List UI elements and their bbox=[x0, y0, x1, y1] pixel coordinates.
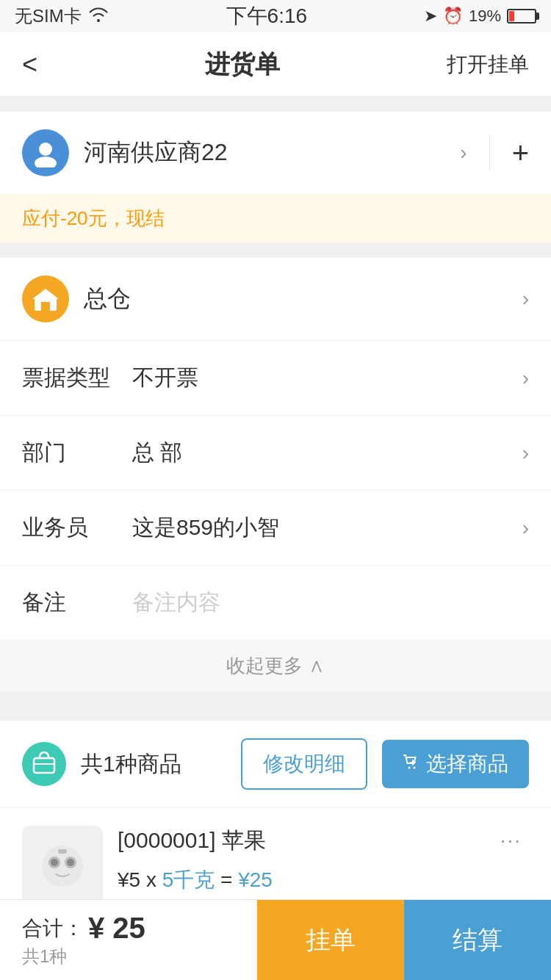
checkout-button[interactable]: 结算 bbox=[404, 900, 551, 980]
carrier-text: 无SIM卡 bbox=[15, 4, 82, 28]
footer: 合计： ¥ 25 共1种 挂单 结算 bbox=[0, 899, 551, 980]
supplier-section: 河南供应商22 › + 应付-20元，现结 bbox=[0, 112, 551, 243]
warehouse-chevron-icon: › bbox=[522, 287, 529, 311]
products-count: 共1种商品 bbox=[81, 749, 226, 779]
total-count: 共1种 bbox=[22, 945, 235, 968]
checkout-label: 结算 bbox=[453, 923, 503, 957]
svg-point-0 bbox=[39, 143, 52, 156]
svg-point-8 bbox=[414, 767, 416, 769]
battery-icon bbox=[507, 9, 536, 24]
pending-label: 挂单 bbox=[306, 923, 356, 957]
total-label-row: 合计： ¥ 25 bbox=[22, 912, 235, 945]
svg-rect-5 bbox=[34, 758, 54, 773]
sales-row[interactable]: 业务员 这是859的小智 › bbox=[0, 490, 551, 565]
select-products-label: 选择商品 bbox=[426, 750, 508, 778]
supplier-avatar bbox=[22, 129, 69, 176]
pending-button[interactable]: 挂单 bbox=[257, 900, 404, 980]
back-button[interactable]: < bbox=[22, 49, 37, 80]
svg-point-7 bbox=[408, 767, 411, 769]
invoice-row[interactable]: 票据类型 不开票 › bbox=[0, 340, 551, 415]
supplier-name: 河南供应商22 bbox=[84, 137, 460, 169]
battery-text: 19% bbox=[469, 7, 501, 26]
open-pending-button[interactable]: 打开挂单 bbox=[447, 51, 529, 79]
total-price: ¥25 bbox=[238, 868, 273, 891]
svg-point-1 bbox=[35, 156, 57, 167]
svg-point-14 bbox=[51, 859, 58, 866]
remark-label: 备注 bbox=[22, 588, 125, 618]
products-icon bbox=[22, 742, 66, 786]
svg-point-15 bbox=[67, 859, 74, 866]
footer-total: 合计： ¥ 25 共1种 bbox=[0, 900, 257, 980]
remark-row[interactable]: 备注 备注内容 bbox=[0, 565, 551, 640]
dept-chevron-icon: › bbox=[522, 442, 529, 465]
product-thumbnail bbox=[22, 826, 103, 907]
edit-details-button[interactable]: 修改明细 bbox=[241, 738, 367, 790]
product-info: [0000001] 苹果 ¥5 x 5千克 = ¥25 bbox=[118, 826, 478, 894]
add-button[interactable]: + bbox=[512, 137, 529, 170]
products-section: 共1种商品 修改明细 选择商品 bbox=[0, 721, 551, 924]
warehouse-row[interactable]: 总仓 › bbox=[0, 258, 551, 340]
invoice-value: 不开票 bbox=[125, 363, 522, 393]
product-more-button[interactable]: ··· bbox=[493, 826, 529, 855]
status-bar: 无SIM卡 下午6:16 ➤ ⏰ 19% bbox=[0, 0, 551, 32]
notice-text: 应付-20元，现结 bbox=[22, 207, 165, 229]
select-products-button[interactable]: 选择商品 bbox=[382, 740, 529, 788]
cart-icon bbox=[403, 752, 420, 776]
svg-marker-3 bbox=[32, 289, 59, 299]
gap-1 bbox=[0, 97, 551, 112]
products-header: 共1种商品 修改明细 选择商品 bbox=[0, 721, 551, 807]
svg-rect-16 bbox=[58, 849, 67, 854]
notice-bar: 应付-20元，现结 bbox=[0, 194, 551, 243]
remark-input[interactable]: 备注内容 bbox=[125, 588, 529, 618]
product-id: [0000001] bbox=[118, 828, 222, 852]
form-section: 票据类型 不开票 › 部门 总 部 › 业务员 这是859的小智 › 备注 备注… bbox=[0, 340, 551, 640]
supplier-row[interactable]: 河南供应商22 › + bbox=[0, 112, 551, 194]
warehouse-name: 总仓 bbox=[84, 283, 522, 315]
dept-label: 部门 bbox=[22, 438, 125, 468]
invoice-chevron-icon: › bbox=[522, 367, 529, 390]
sales-label: 业务员 bbox=[22, 513, 125, 543]
page-title: 进货单 bbox=[205, 48, 280, 82]
vertical-divider bbox=[489, 134, 490, 171]
equals-sign: = bbox=[220, 868, 238, 891]
unit-price: ¥5 x bbox=[118, 868, 162, 891]
svg-rect-4 bbox=[41, 302, 50, 311]
status-left: 无SIM卡 bbox=[15, 4, 109, 28]
alarm-icon: ⏰ bbox=[443, 7, 463, 26]
collapse-button[interactable]: 收起更多 ∧ bbox=[0, 640, 551, 691]
total-prefix: 合计： bbox=[22, 915, 84, 943]
supplier-chevron-icon: › bbox=[460, 141, 467, 165]
product-price: ¥5 x 5千克 = ¥25 bbox=[118, 866, 478, 894]
location-icon: ➤ bbox=[424, 7, 437, 26]
status-time: 下午6:16 bbox=[226, 2, 308, 30]
dept-value: 总 部 bbox=[125, 438, 522, 468]
dept-row[interactable]: 部门 总 部 › bbox=[0, 415, 551, 490]
quantity: 5千克 bbox=[162, 868, 215, 891]
gap-2 bbox=[0, 691, 551, 706]
sales-chevron-icon: › bbox=[522, 516, 529, 540]
warehouse-icon bbox=[22, 275, 69, 323]
product-title: 苹果 bbox=[222, 828, 266, 852]
nav-bar: < 进货单 打开挂单 bbox=[0, 32, 551, 97]
collapse-label: 收起更多 ∧ bbox=[226, 653, 324, 679]
status-right: ➤ ⏰ 19% bbox=[424, 7, 536, 26]
wifi-icon bbox=[87, 6, 109, 26]
total-amount: ¥ 25 bbox=[88, 912, 145, 945]
product-name: [0000001] 苹果 bbox=[118, 826, 478, 856]
invoice-label: 票据类型 bbox=[22, 363, 125, 393]
sales-value: 这是859的小智 bbox=[125, 513, 522, 543]
